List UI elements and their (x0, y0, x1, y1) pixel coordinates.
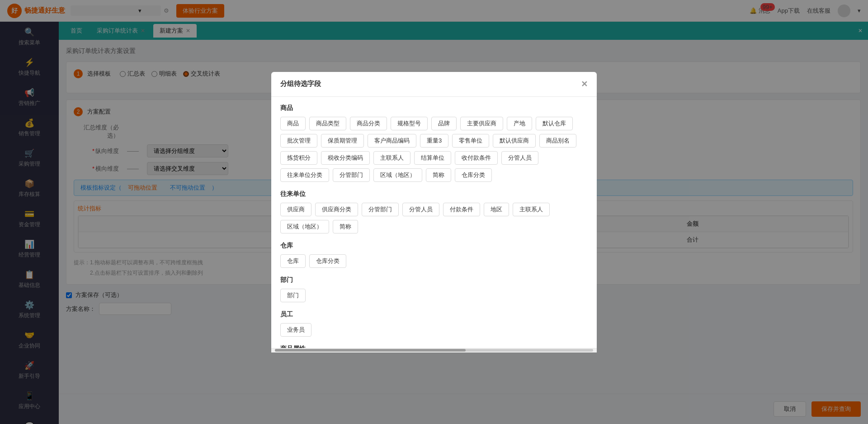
modal-section-title-2: 仓库 (280, 242, 588, 250)
field-tag-0-6[interactable]: 产地 (507, 117, 532, 130)
modal-section-title-0: 商品 (280, 104, 588, 112)
field-tag-4-0[interactable]: 业务员 (280, 323, 311, 337)
modal-section-商品: 商品商品商品类型商品分类规格型号品牌主要供应商产地默认仓库批次管理保质期管理客户… (280, 104, 588, 182)
field-tag-2-1[interactable]: 仓库分类 (309, 254, 346, 268)
field-tag-1-4[interactable]: 付款条件 (443, 203, 480, 216)
field-tag-0-10[interactable]: 客户商品编码 (368, 134, 416, 148)
field-tag-0-13[interactable]: 默认供应商 (493, 134, 536, 148)
field-tag-0-19[interactable]: 收付款条件 (455, 151, 498, 165)
modal-section-title-4: 员工 (280, 310, 588, 319)
field-tag-0-21[interactable]: 往来单位分类 (280, 168, 329, 182)
modal-section-仓库: 仓库仓库仓库分类 (280, 242, 588, 268)
modal-section-往来单位: 往来单位供应商供应商分类分管部门分管人员付款条件地区主联系人区域（地区）简称 (280, 190, 588, 233)
field-tag-0-0[interactable]: 商品 (280, 117, 306, 130)
field-tag-3-0[interactable]: 部门 (280, 289, 306, 302)
modal-scroll-bar (271, 348, 597, 353)
field-tag-0-24[interactable]: 简称 (426, 168, 451, 182)
field-tag-1-5[interactable]: 地区 (484, 203, 509, 216)
field-tag-1-7[interactable]: 区域（地区） (280, 220, 329, 233)
field-tag-0-14[interactable]: 商品别名 (539, 134, 576, 148)
field-tag-1-0[interactable]: 供应商 (280, 203, 311, 216)
field-tag-1-2[interactable]: 分管部门 (362, 203, 399, 216)
field-tag-0-1[interactable]: 商品类型 (309, 117, 346, 130)
field-tag-0-3[interactable]: 规格型号 (391, 117, 428, 130)
modal-section-部门: 部门部门 (280, 276, 588, 302)
modal: 分组待选字段 ✕ 商品商品商品类型商品分类规格型号品牌主要供应商产地默认仓库批次… (271, 72, 597, 353)
modal-section-商品属性: 商品属性属性颜色多规格尺码鞋码1 (280, 345, 588, 348)
field-tag-0-8[interactable]: 批次管理 (280, 134, 317, 148)
field-tag-0-18[interactable]: 结算单位 (414, 151, 451, 165)
field-tag-0-9[interactable]: 保质期管理 (321, 134, 364, 148)
modal-close-button[interactable]: ✕ (581, 79, 588, 89)
field-tag-0-2[interactable]: 商品分类 (350, 117, 387, 130)
field-tag-1-3[interactable]: 分管人员 (402, 203, 439, 216)
modal-section-title-5: 商品属性 (280, 345, 588, 348)
modal-header: 分组待选字段 ✕ (271, 72, 597, 97)
field-tag-0-17[interactable]: 主联系人 (373, 151, 410, 165)
field-tag-0-23[interactable]: 区域（地区） (373, 168, 422, 182)
horizontal-scrollbar[interactable] (275, 349, 593, 352)
field-tag-0-4[interactable]: 品牌 (431, 117, 457, 130)
modal-section-title-1: 往来单位 (280, 190, 588, 198)
field-tag-0-12[interactable]: 零售单位 (452, 134, 489, 148)
modal-body: 商品商品商品类型商品分类规格型号品牌主要供应商产地默认仓库批次管理保质期管理客户… (271, 97, 597, 348)
field-tag-1-1[interactable]: 供应商分类 (315, 203, 358, 216)
field-tag-0-16[interactable]: 税收分类编码 (321, 151, 370, 165)
field-tag-2-0[interactable]: 仓库 (280, 254, 306, 268)
modal-section-title-3: 部门 (280, 276, 588, 284)
field-tag-1-6[interactable]: 主联系人 (513, 203, 550, 216)
field-tag-0-15[interactable]: 拣货积分 (280, 151, 317, 165)
field-tag-0-22[interactable]: 分管部门 (333, 168, 370, 182)
field-tag-0-11[interactable]: 重量3 (420, 134, 448, 148)
modal-section-员工: 员工业务员 (280, 310, 588, 337)
field-tag-0-20[interactable]: 分管人员 (501, 151, 538, 165)
field-tag-1-8[interactable]: 简称 (333, 220, 358, 233)
field-tag-0-5[interactable]: 主要供应商 (460, 117, 503, 130)
field-tag-0-25[interactable]: 仓库分类 (455, 168, 492, 182)
scroll-thumb (275, 349, 466, 352)
overlay: 分组待选字段 ✕ 商品商品商品类型商品分类规格型号品牌主要供应商产地默认仓库批次… (0, 0, 868, 424)
field-tag-0-7[interactable]: 默认仓库 (536, 117, 573, 130)
modal-title: 分组待选字段 (280, 80, 321, 88)
